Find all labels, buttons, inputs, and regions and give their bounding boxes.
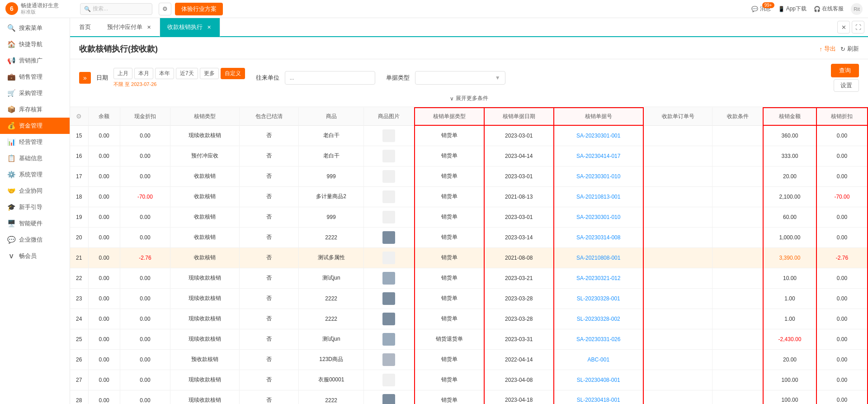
cell-verify-bill-type: 销货单	[415, 227, 484, 247]
cell-verify-bill-type: 销货单	[415, 268, 484, 288]
bill-no-link[interactable]: SL-20230328-002	[577, 316, 620, 322]
sidebar-item-guide[interactable]: 🎓 新手引导	[0, 199, 70, 215]
cell-verify-bill-no[interactable]: SA-20210808-001	[554, 247, 643, 268]
sidebar-item-hardware[interactable]: 🖥️ 智能硬件	[0, 215, 70, 232]
sidebar-item-basic[interactable]: 📋 基础信息	[0, 150, 70, 166]
bill-no-link[interactable]: SL-20230328-001	[577, 295, 620, 302]
cell-verify-bill-no[interactable]: SA-20230301-010	[554, 166, 643, 186]
cell-goods: 2222	[299, 288, 363, 309]
cell-verify-bill-no[interactable]: ABC-001	[554, 349, 643, 370]
online-service-link[interactable]: 🎧 在线客服	[814, 5, 844, 13]
sidebar-item-search-menu[interactable]: 🔍 搜索菜单	[0, 20, 70, 36]
cell-balance: 0.00	[88, 247, 120, 268]
cell-verify-amount: 333.00	[763, 146, 816, 166]
tab-prepay-close-icon[interactable]: ✕	[145, 24, 152, 31]
expand-more-conditions[interactable]: ∨ 展开更多条件	[79, 95, 859, 102]
cell-verify-bill-no[interactable]: SL-20230328-002	[554, 309, 643, 329]
cell-verify-bill-type: 销货单	[415, 166, 484, 186]
cell-verify-bill-no[interactable]: SA-20230301-001	[554, 125, 643, 146]
cell-verify-bill-no[interactable]: SA-20230414-017	[554, 146, 643, 166]
cell-verify-bill-no[interactable]: SA-20230321-012	[554, 268, 643, 288]
settings-gear-button[interactable]: ⚙	[159, 3, 171, 15]
cell-cash-discount: 0.00	[120, 349, 170, 370]
filter-setting-button[interactable]: 设置	[834, 79, 859, 92]
bill-no-link[interactable]: SA-20230314-008	[576, 234, 620, 241]
cell-verify-bill-no[interactable]: SL-20230328-001	[554, 288, 643, 309]
table-row: 24 0.00 0.00 现续收款核销 否 2222 销货单 2023-03-2…	[70, 309, 868, 329]
sidebar-item-member[interactable]: V 畅会员	[0, 248, 70, 264]
sidebar-item-corp[interactable]: 🤝 企业协同	[0, 183, 70, 199]
phone-icon: 📱	[778, 6, 785, 12]
date-btn-this-month[interactable]: 本月	[134, 68, 153, 79]
cell-verify-discount: 0.00	[816, 227, 868, 247]
bill-no-link[interactable]: SL-20230418-001	[577, 397, 620, 403]
tab-fullscreen-button[interactable]: ⛶	[852, 21, 864, 33]
cell-verify-bill-date: 2023-03-01	[484, 125, 554, 146]
cell-verify-bill-no[interactable]: SL-20230418-001	[554, 390, 643, 404]
user-avatar[interactable]: Rit	[851, 3, 863, 15]
search-icon: 🔍	[84, 6, 91, 12]
bill-no-link[interactable]: SA-20210808-001	[576, 255, 620, 261]
date-btn-this-year[interactable]: 本年	[155, 68, 174, 79]
sidebar-item-sales[interactable]: 💼 销售管理	[0, 69, 70, 85]
cell-verify-discount: 0.00	[816, 309, 868, 329]
voucher-type-select[interactable]: ▼	[415, 71, 505, 85]
table-row: 28 0.00 0.00 现续收款核销 否 2222 销货单 2023-04-1…	[70, 390, 868, 404]
voucher-type-label: 单据类型	[386, 74, 410, 82]
date-btn-more[interactable]: 更多	[200, 68, 219, 79]
top-bar-search-box[interactable]: 🔍 搜索...	[80, 3, 152, 15]
tab-receipt[interactable]: 收款核销执行 ✕	[160, 18, 220, 37]
sidebar-item-wechat[interactable]: 💬 企业微信	[0, 232, 70, 248]
sidebar-item-system[interactable]: ⚙️ 系统管理	[0, 166, 70, 183]
sidebar-item-inventory[interactable]: 📦 库存核算	[0, 101, 70, 118]
sidebar-label-ops: 经营管理	[19, 138, 42, 146]
query-button[interactable]: 查询	[831, 64, 859, 77]
date-btn-custom[interactable]: 自定义	[221, 68, 245, 79]
bill-no-link[interactable]: SA-20230321-012	[576, 275, 620, 281]
cell-verify-bill-no[interactable]: SA-20230331-026	[554, 329, 643, 349]
bill-no-link[interactable]: SL-20230408-001	[577, 377, 620, 383]
top-bar-actions: ⚙ 体验行业方案	[159, 3, 223, 15]
expand-filter-button[interactable]: »	[79, 72, 91, 84]
bill-no-link[interactable]: SA-20230414-017	[576, 153, 620, 159]
cell-include-settled: 否	[239, 349, 299, 370]
partner-filter-input[interactable]	[285, 71, 375, 85]
bill-no-link[interactable]: SA-20230301-010	[576, 173, 620, 180]
refresh-button[interactable]: ↻ 刷新	[840, 45, 859, 53]
export-button[interactable]: ↑ 导出	[820, 45, 836, 53]
sidebar-item-finance[interactable]: 💰 资金管理	[0, 118, 70, 134]
sidebar-item-ops[interactable]: 📊 经营管理	[0, 134, 70, 150]
cell-verify-discount: 0.00	[816, 166, 868, 186]
bill-no-link[interactable]: SA-20210813-001	[576, 194, 620, 200]
industry-solution-button[interactable]: 体验行业方案	[175, 3, 223, 15]
cell-verify-bill-no[interactable]: SA-20230301-010	[554, 207, 643, 227]
cell-verify-bill-no[interactable]: SA-20230314-008	[554, 227, 643, 247]
sidebar-item-quick-nav[interactable]: 🏠 快捷导航	[0, 36, 70, 52]
sidebar-item-marketing[interactable]: 📢 营销推广	[0, 52, 70, 69]
col-settings[interactable]: ⚙	[70, 108, 88, 125]
col-verify-discount: 核销折扣	[816, 108, 868, 125]
cell-goods-img	[363, 268, 414, 288]
bill-no-link[interactable]: SA-20230301-001	[576, 133, 620, 139]
bill-no-link[interactable]: ABC-001	[587, 356, 609, 363]
tab-prepay[interactable]: 预付冲应付单 ✕	[100, 18, 160, 37]
bill-no-link[interactable]: SA-20230331-026	[576, 336, 620, 342]
cell-verify-bill-no[interactable]: SA-20210813-001	[554, 186, 643, 207]
table-row: 25 0.00 0.00 现续收款核销 否 测试jun 销货退货单 2023-0…	[70, 329, 868, 349]
cell-verify-bill-type: 销货单	[415, 349, 484, 370]
table-row: 22 0.00 0.00 现续收款核销 否 测试jun 销货单 2023-03-…	[70, 268, 868, 288]
cell-verify-bill-type: 销货单	[415, 247, 484, 268]
bill-no-link[interactable]: SA-20230301-010	[576, 214, 620, 220]
cell-verify-bill-no[interactable]: SL-20230408-001	[554, 370, 643, 390]
date-btn-last-month[interactable]: 上月	[113, 68, 132, 79]
tab-close-button[interactable]: ✕	[837, 21, 850, 33]
date-btn-7days[interactable]: 近7天	[176, 68, 198, 79]
message-button[interactable]: 💬 消息 99+	[751, 5, 771, 13]
tab-home[interactable]: 首页	[70, 18, 100, 37]
sidebar-item-purchase[interactable]: 🛒 采购管理	[0, 85, 70, 101]
home-tab-label: 首页	[79, 23, 91, 31]
data-table-wrapper[interactable]: ⚙ 余额 现金折扣 核销类型 包含已结清 商品 商品图片 核销单据类型 核销单据…	[70, 107, 868, 404]
tab-receipt-close-icon[interactable]: ✕	[205, 24, 212, 31]
app-download-link[interactable]: 📱 App下载	[778, 5, 807, 13]
cell-cash-discount: 0.00	[120, 309, 170, 329]
